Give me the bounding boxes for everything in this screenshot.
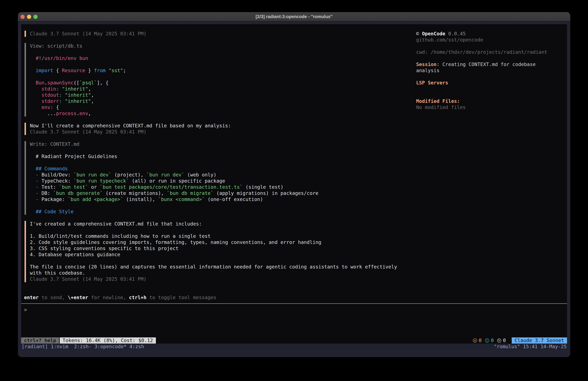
text-segment: - [36,197,39,202]
tool-write-block-line: - DB: `bun db generate` (create migratio… [30,190,318,196]
text-segment: . [44,80,47,86]
status-bar-right: w0i0h0 Claude 3.7 Sonnet [473,337,567,344]
text-segment [30,190,36,196]
text-segment: , [91,98,94,104]
text-segment: `bun db generate` [53,190,103,196]
tool-view-block-line: env: { [30,104,59,111]
warnings-indicator-count: 0 [479,337,482,344]
text-segment: DB: [39,190,53,196]
text-segment: LSP Servers [416,80,448,86]
text-segment: 1. Build/lint/test commands including ho… [30,233,210,239]
text-segment: > [24,307,27,313]
status-bar-left: ctrl+? help Tokens: 16.4K (8%), Cost: $0… [21,337,156,344]
text-segment [30,178,36,184]
text-segment [30,86,42,92]
text-segment [30,68,36,73]
text-segment [30,92,42,98]
text-segment: : [59,92,62,98]
text-segment: cwd: /home/thdxr/dev/projects/radiant/ra… [416,49,547,55]
terminal-window: [2/3] radiant:3:opencode - "romulus" Cla… [18,12,570,357]
text-segment: ([ [74,80,79,86]
text-segment: Bun [36,80,44,86]
tool-view-block-line: import { Resource } from "sst"; [30,67,126,74]
text-segment: , [88,111,91,116]
assistant-message-3-line: 4. Database operations guidance [30,251,120,258]
tool-view-block-line: stderr: "inherit", [30,98,94,104]
text-segment: Creating CONTEXT.md for codebase [442,62,536,67]
text-segment: Build/Dev: [39,172,74,178]
tool-view-block-line: View: script/db.ts [30,43,82,49]
text-segment [59,86,62,92]
text-segment: "inherit" [65,98,91,104]
text-segment: from [94,68,105,73]
text-segment: Claude 3.7 Sonnet (14 May 2025 03:41 PM) [30,276,146,282]
titlebar: [2/3] radiant:3:opencode - "romulus" [18,12,570,21]
text-segment: `bun run dev` [147,172,185,178]
window-title: [2/3] radiant:3:opencode - "romulus" [18,12,570,21]
sidebar-modified-files-heading: Modified Files: [416,98,460,104]
text-segment: (single test) [243,184,284,190]
sidebar-app-repo-url: github.com/sst/opencode [416,37,483,43]
text-segment: I've created a comprehensive CONTEXT.md … [30,221,202,227]
text-segment: (project), [111,172,147,178]
assistant-message-3-line: I've created a comprehensive CONTEXT.md … [30,221,202,227]
text-segment: `bun run typecheck` [74,178,129,184]
assistant-message-3-line: with this codebase. [30,270,85,276]
text-segment: `bun test` [59,184,88,190]
text-segment: ## Code Style [36,209,74,214]
text-segment: # Radiant Project Guidelines [30,154,117,159]
text-segment: 4. Database operations guidance [30,252,120,257]
text-segment: 2. Code style guidelines covering import… [30,239,321,245]
text-segment: Session [416,62,437,67]
assistant-message-1-line: Claude 3.7 Sonnet (14 May 2025 03:41 PM) [30,31,146,37]
prompt-input[interactable]: > [24,307,27,313]
text-segment: No modified files [416,104,466,110]
text-segment: Write: CONTEXT.md [30,141,79,147]
text-segment: "sst" [109,68,123,73]
sidebar-session-line-2: analysis [416,67,440,74]
tmux-session-windows: [radiant] 1:nvim 2:zsh- 3:opencode* 4:zs… [22,344,144,350]
text-segment: (all) or run in specific package [129,178,225,184]
text-segment: enter [24,295,39,300]
sidebar-cwd-line: cwd: /home/thdxr/dev/projects/radiant/ra… [416,49,547,55]
text-segment: Claude 3.7 Sonnet (14 May 2025 03:41 PM) [30,129,146,135]
info-indicator-count: 0 [491,337,494,344]
tool-view-block-line: stdout: "inherit", [30,92,94,98]
text-segment: Claude 3.7 Sonnet (14 May 2025 03:41 PM) [30,31,146,37]
text-segment: (install), [123,197,158,202]
text-segment: `bun add <package>` [68,197,123,202]
text-segment: or [88,184,100,190]
text-segment [30,104,42,110]
sidebar-lsp-servers-heading: LSP Servers [416,80,448,86]
text-segment: { [53,104,59,110]
hints-indicator-count: 0 [503,337,506,344]
text-segment [30,80,36,86]
text-segment: to toggle tool messages [147,295,216,300]
text-segment: (web only) [184,172,216,178]
assistant-message-3-line: 2. Code style guidelines covering import… [30,239,321,246]
tmux-host-clock: "romulus" 15:41 14-May-25 [494,344,567,350]
input-divider [21,303,567,304]
tool-view-block-line: #!/usr/bin/env bun [30,55,88,61]
text-segment: Test: [39,184,59,190]
text-segment: OpenCode [422,31,445,37]
text-segment: . [77,111,79,116]
screen: { "colors": { "fg": "#e2e2e2", "bright":… [0,0,588,381]
text-segment: ctrl+h [129,295,146,300]
text-segment: env [42,104,50,110]
text-segment: ! [39,55,42,61]
text-segment: The file is concise (20 lines) and captu… [30,264,397,269]
text-segment: "inherit" [65,92,91,98]
tool-view-block-line: ...process.env, [30,111,91,116]
text-segment: import [36,68,53,73]
text-segment: stdin [42,86,56,92]
text-segment [30,172,36,178]
sidebar-modified-files-empty: No modified files [416,104,466,111]
assistant-message-2-line: Now I'll create a comprehensive CONTEXT.… [30,123,231,129]
text-segment [62,98,65,104]
text-segment [30,166,36,171]
text-segment: : [59,98,62,104]
text-segment: } [85,68,94,73]
terminal-screen: Claude 3.7 Sonnet (14 May 2025 03:41 PM)… [21,24,567,350]
text-segment: # [36,55,39,61]
